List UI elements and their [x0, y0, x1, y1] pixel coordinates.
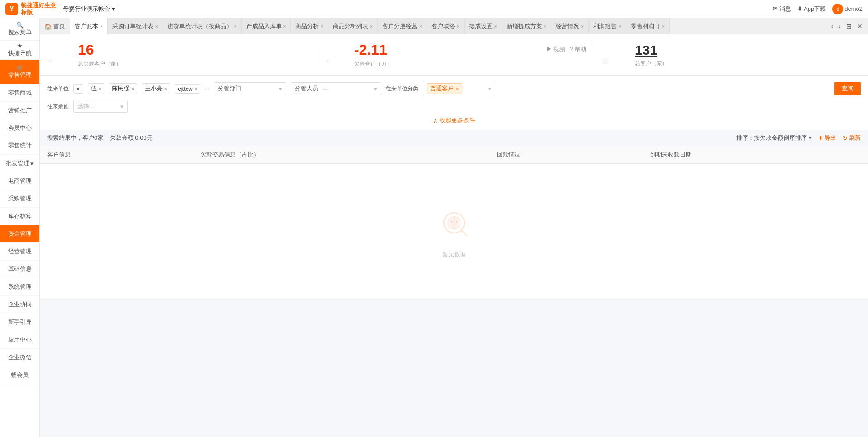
tab-purchase-order-stats[interactable]: 采购订单统计表 ×: [108, 18, 163, 34]
tab-next-btn[interactable]: ›: [837, 22, 843, 31]
svg-point-6: [456, 221, 457, 223]
tab-product-inbound[interactable]: 产成品入库单 ×: [242, 18, 291, 34]
tab-close-reminder-settings[interactable]: ×: [494, 24, 497, 29]
balance-placeholder: 选择...: [77, 102, 94, 110]
sidebar-item-inventory[interactable]: 库存核算: [0, 208, 39, 225]
dept-arrow-icon: ▾: [279, 86, 282, 92]
sidebar-item-wholesale-mgmt[interactable]: 批发管理 ▾: [0, 155, 39, 172]
refresh-btn[interactable]: ↻ 刷新: [843, 134, 861, 142]
logo-area: ¥ 畅捷通好生意 标版: [5, 2, 56, 16]
export-btn[interactable]: ⬆ 导出: [818, 134, 836, 142]
sidebar-item-system[interactable]: 系统管理: [0, 278, 39, 296]
collapse-filter-btn[interactable]: ∧ 收起更多条件: [433, 116, 475, 124]
tab-inventory-stats[interactable]: 进货单统计表（按商品） ×: [163, 18, 242, 34]
top-bar: ¥ 畅捷通好生意 标版 母婴行业演示帐套 ▾ ✉ 消息 ⬇ App下载 d de…: [0, 0, 868, 18]
table-header-row: 客户信息 欠款交易信息（占比） 回款情况 到期未收款日期: [40, 146, 868, 164]
dept-label: 分管部门: [218, 85, 241, 93]
balance-arrow-icon: ▾: [120, 103, 124, 110]
video-btn[interactable]: ▶ 视频: [546, 45, 566, 53]
tab-close-customer-contact[interactable]: ×: [457, 24, 460, 29]
tab-customer-segment[interactable]: 客户分层经营 ×: [378, 18, 427, 34]
sidebar-item-vip[interactable]: 畅会员: [0, 366, 39, 384]
tab-prev-btn[interactable]: ‹: [830, 22, 835, 31]
sidebar-item-basic-info[interactable]: 基础信息: [0, 261, 39, 278]
tab-expand-btn[interactable]: ⊞: [844, 22, 854, 31]
tab-customer-book[interactable]: 客户账本 ×: [70, 18, 108, 34]
unit-type-arrow-icon: ▾: [488, 86, 491, 92]
sidebar-item-retail-stats[interactable]: 零售统计: [0, 137, 39, 155]
unit-type-label: 往来单位分类: [386, 85, 418, 93]
retail-icon: 🛒: [16, 64, 24, 71]
content-area: 🏠 首页 客户账本 × 采购订单统计表 × 进货单统计表（按商品） × 产成品入…: [40, 18, 868, 437]
user-area[interactable]: d demo2: [832, 4, 863, 14]
refresh-icon: ↻: [843, 135, 848, 142]
tab-close-ops-situation[interactable]: ×: [581, 24, 584, 29]
tab-reminder-settings[interactable]: 提成设置 ×: [465, 18, 502, 34]
tab-close-inventory-stats[interactable]: ×: [234, 24, 237, 29]
tab-close-retail-profit[interactable]: ×: [662, 24, 665, 29]
tab-product-analysis[interactable]: 商品分析 ×: [291, 18, 328, 34]
help-btn[interactable]: ? 帮助: [570, 45, 586, 53]
table-container: 客户信息 欠款交易信息（占比） 回款情况 到期未收款日期: [40, 146, 868, 300]
sidebar-item-ecommerce[interactable]: 电商管理: [0, 172, 39, 190]
sidebar-item-app-center[interactable]: 应用中心: [0, 331, 39, 349]
tab-profit-report[interactable]: 利润报告 ×: [589, 18, 626, 34]
sidebar-item-enterprise-collab[interactable]: 企业协同: [0, 296, 39, 314]
sidebar-search[interactable]: 🔍 搜索菜单: [0, 18, 39, 41]
tab-retail-profit[interactable]: 零售利润（ ×: [626, 18, 670, 34]
sidebar-quick-nav[interactable]: ★ 快捷导航: [0, 41, 39, 60]
tag-close-wu[interactable]: ×: [99, 86, 101, 91]
home-icon: 🏠: [44, 23, 52, 30]
customers-bg-icon: ¥: [49, 57, 52, 64]
person-select[interactable]: 分管人员 ··· ▾: [291, 82, 381, 95]
tag-close-wang[interactable]: ×: [164, 86, 167, 91]
sidebar-item-ops[interactable]: 经营管理: [0, 243, 39, 261]
sidebar-item-new-guide[interactable]: 新手引导: [0, 314, 39, 331]
all-customers-value: 131: [635, 43, 667, 58]
sort-label: 排序：按欠款金额倒序排序 ▾: [736, 134, 812, 142]
tab-ops-situation[interactable]: 经营情况 ×: [551, 18, 589, 34]
tab-close-customer-book[interactable]: ×: [100, 24, 103, 29]
message-btn[interactable]: ✉ 消息: [773, 5, 791, 13]
tab-new-reminder[interactable]: 新增提成方案 ×: [502, 18, 551, 34]
person-arrow-icon: ▾: [374, 86, 377, 92]
unit-type-select[interactable]: 普通客户 × ▾: [423, 81, 495, 96]
tab-close-new-reminder[interactable]: ×: [544, 24, 547, 29]
balance-select[interactable]: 选择... ▾: [73, 100, 128, 113]
tag-close-chen[interactable]: ×: [131, 86, 134, 91]
tab-close-customer-segment[interactable]: ×: [419, 24, 422, 29]
sidebar-item-enterprise-wechat[interactable]: 企业微信: [0, 349, 39, 366]
sidebar-item-capital[interactable]: 资金管理: [0, 225, 39, 243]
sidebar-item-marketing[interactable]: 营销推广: [0, 102, 39, 119]
tab-home[interactable]: 🏠 首页: [40, 18, 70, 34]
app-download-btn[interactable]: ⬇ App下载: [797, 5, 826, 13]
tab-close-product-inbound[interactable]: ×: [283, 24, 286, 29]
tab-bar-actions: ‹ › ⊞ ✕: [826, 22, 868, 31]
sidebar-item-member-center[interactable]: 会员中心: [0, 119, 39, 137]
tab-close-profit-report[interactable]: ×: [619, 24, 621, 29]
main-layout: 🔍 搜索菜单 ★ 快捷导航 🛒 零售管理 零售商城 营销推广 会员中心 零售统计…: [0, 18, 868, 437]
message-icon: ✉: [773, 5, 778, 12]
tab-product-analysis-list[interactable]: 商品分析列表 ×: [328, 18, 378, 34]
top-bar-left: ¥ 畅捷通好生意 标版 母婴行业演示帐套 ▾: [5, 2, 118, 16]
dept-select[interactable]: 分管部门 ▾: [214, 82, 286, 95]
all-customers-label: 总客户（家）: [635, 60, 667, 67]
tab-customer-contact[interactable]: 客户联络 ×: [427, 18, 465, 34]
logo-text: 畅捷通好生意 标版: [21, 2, 56, 16]
sidebar-item-purchase[interactable]: 采购管理: [0, 190, 39, 208]
debt-bg-icon: ◈: [325, 57, 330, 64]
chevron-up-icon: ∧: [433, 117, 438, 124]
filter-more-tags[interactable]: ···: [205, 86, 209, 92]
tab-bar: 🏠 首页 客户账本 × 采购订单统计表 × 进货单统计表（按商品） × 产成品入…: [40, 18, 868, 34]
sidebar-item-retail-mall[interactable]: 零售商城: [0, 84, 39, 102]
empty-state: 暂无数据: [47, 168, 861, 295]
ctype-tag-close[interactable]: ×: [456, 86, 459, 92]
query-button[interactable]: 查询: [834, 82, 861, 95]
tab-close-product-analysis[interactable]: ×: [321, 24, 323, 29]
account-selector[interactable]: 母婴行业演示帐套 ▾: [60, 4, 118, 14]
sidebar-item-retail-mgmt[interactable]: 🛒 零售管理: [0, 60, 39, 84]
tab-close-product-analysis-list[interactable]: ×: [370, 24, 373, 29]
tab-close-all-btn[interactable]: ✕: [855, 22, 864, 31]
tag-close-cjttcw[interactable]: ×: [195, 86, 197, 91]
tab-close-purchase-order-stats[interactable]: ×: [155, 24, 158, 29]
